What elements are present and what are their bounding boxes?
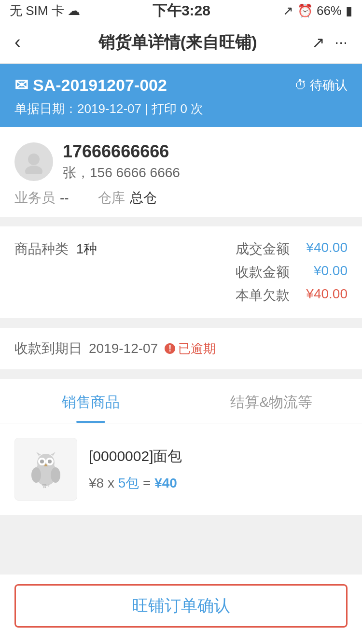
share-icon[interactable]: ↗ xyxy=(312,33,325,52)
warehouse: 仓库 总仓 xyxy=(98,189,157,207)
product-item: 管+ [0000002]面包 ¥8 x 5包 = ¥40 xyxy=(0,423,362,515)
customer-phone: 17666666666 xyxy=(63,141,180,162)
sales-rep-value: -- xyxy=(60,190,69,206)
more-icon[interactable]: ··· xyxy=(334,33,348,51)
product-unit-price: ¥8 xyxy=(89,476,104,490)
customer-row: 17666666666 张，156 6666 6666 xyxy=(14,141,348,182)
status-time: 下午3:28 xyxy=(153,1,210,21)
amount-label-2: 本单欠款 xyxy=(236,286,290,305)
svg-point-11 xyxy=(31,467,41,483)
customer-section: 17666666666 张，156 6666 6666 业务员 -- 仓库 总仓 xyxy=(0,127,362,217)
summary-section: 商品种类 1种 成交金额 ¥40.00 收款金额 ¥0.00 本单欠款 ¥40.… xyxy=(0,226,362,318)
svg-point-6 xyxy=(40,460,44,463)
order-status-text: 待确认 xyxy=(310,77,348,94)
product-types-label: 商品种类 xyxy=(14,241,69,256)
amount-label-0: 成交金额 xyxy=(236,240,290,258)
nav-right-actions: ↗ ··· xyxy=(312,33,348,52)
divider-2 xyxy=(0,323,362,328)
svg-text:管+: 管+ xyxy=(42,483,50,489)
sales-rep-label: 业务员 xyxy=(14,189,55,207)
svg-point-7 xyxy=(48,460,52,463)
product-image: 管+ xyxy=(14,438,77,501)
alarm-icon: ⏰ xyxy=(297,3,313,18)
battery-level: 66% xyxy=(317,3,342,18)
summary-left: 商品种类 1种 xyxy=(14,240,97,258)
tab-settlement[interactable]: 结算&物流等 xyxy=(181,379,362,423)
divider-1 xyxy=(0,222,362,226)
overdue-text: 已逾期 xyxy=(178,340,216,357)
bottom-button-area: 旺铺订单确认 xyxy=(0,574,362,644)
amount-value-2: ¥40.00 xyxy=(299,286,348,305)
product-info: [0000002]面包 ¥8 x 5包 = ¥40 xyxy=(89,447,348,492)
product-thumbnail: 管+ xyxy=(27,450,65,489)
product-types-row: 商品种类 1种 xyxy=(14,240,97,258)
duedate-section: 收款到期日 2019-12-07 ! 已逾期 xyxy=(0,328,362,369)
svg-point-0 xyxy=(28,154,40,165)
order-id-text: SA-20191207-002 xyxy=(33,76,167,95)
avatar xyxy=(14,142,53,181)
overdue-badge: ! 已逾期 xyxy=(165,340,216,357)
divider-3 xyxy=(0,374,362,379)
customer-meta: 业务员 -- 仓库 总仓 xyxy=(14,189,348,207)
confirm-order-button[interactable]: 旺铺订单确认 xyxy=(14,584,348,628)
avatar-icon xyxy=(22,150,46,174)
amount-row-0: 成交金额 ¥40.00 xyxy=(236,240,348,258)
tab-sales-products[interactable]: 销售商品 xyxy=(0,379,181,423)
order-header: ✉ SA-20191207-002 ⏱ 待确认 单据日期：2019-12-07 … xyxy=(0,64,362,127)
tabs-header: 销售商品 结算&物流等 xyxy=(0,379,362,423)
product-price-row: ¥8 x 5包 = ¥40 xyxy=(89,474,348,492)
order-status: ⏱ 待确认 xyxy=(294,77,348,94)
duedate-value: 2019-12-07 xyxy=(89,341,158,356)
order-id: ✉ SA-20191207-002 xyxy=(14,75,167,95)
battery-icon: ▮ xyxy=(346,3,352,18)
product-name: [0000002]面包 xyxy=(89,447,348,466)
amount-value-0: ¥40.00 xyxy=(299,240,348,258)
duedate-label: 收款到期日 xyxy=(14,339,82,358)
page-title: 销货单详情(来自旺铺) xyxy=(98,31,257,54)
status-left: 无 SIM 卡 ☁ xyxy=(10,2,80,19)
product-total: ¥40 xyxy=(154,476,177,490)
customer-info: 17666666666 张，156 6666 6666 xyxy=(63,141,180,182)
sim-status: 无 SIM 卡 ☁ xyxy=(10,2,80,19)
clock-icon: ⏱ xyxy=(294,78,307,93)
amount-value-1: ¥0.00 xyxy=(299,263,348,281)
amount-row-1: 收款金额 ¥0.00 xyxy=(236,263,348,281)
svg-point-1 xyxy=(25,166,42,174)
customer-name: 张，156 6666 6666 xyxy=(63,164,180,182)
warehouse-value: 总仓 xyxy=(130,189,157,207)
svg-marker-10 xyxy=(51,452,56,456)
warehouse-label: 仓库 xyxy=(98,189,125,207)
product-equals: = xyxy=(143,476,154,490)
product-multiply: x xyxy=(108,476,118,490)
svg-point-12 xyxy=(51,467,60,483)
amount-row-2: 本单欠款 ¥40.00 xyxy=(236,286,348,305)
tabs-section: 销售商品 结算&物流等 xyxy=(0,379,362,515)
sales-rep: 业务员 -- xyxy=(14,189,69,207)
back-button[interactable]: ‹ xyxy=(14,32,43,53)
nav-bar: ‹ 销货单详情(来自旺铺) ↗ ··· xyxy=(0,21,362,64)
amount-label-1: 收款金额 xyxy=(236,263,290,281)
location-icon: ↗ xyxy=(283,3,293,18)
summary-right: 成交金额 ¥40.00 收款金额 ¥0.00 本单欠款 ¥40.00 xyxy=(236,240,348,305)
product-qty: 5包 xyxy=(118,476,139,490)
svg-marker-9 xyxy=(36,452,41,456)
status-right: ↗ ⏰ 66% ▮ xyxy=(283,3,352,18)
overdue-dot-icon: ! xyxy=(165,343,175,354)
product-types-value: 1种 xyxy=(76,241,97,256)
status-bar: 无 SIM 卡 ☁ 下午3:28 ↗ ⏰ 66% ▮ xyxy=(0,0,362,21)
order-icon: ✉ xyxy=(14,75,28,95)
order-date-line: 单据日期：2019-12-07 | 打印 0 次 xyxy=(14,100,348,117)
